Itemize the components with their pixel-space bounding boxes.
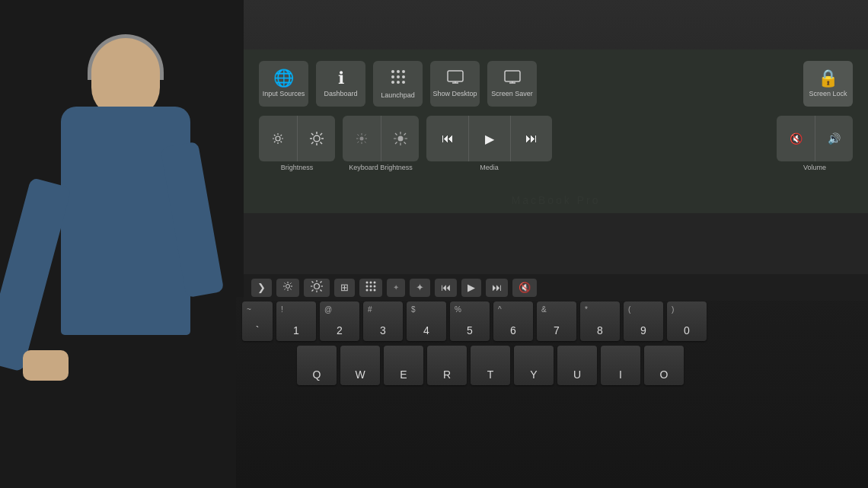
svg-line-29 [311,133,314,136]
brightness-label: Brightness [281,164,314,171]
screen-lock-button[interactable]: 🔒 Screen Lock [803,61,853,107]
show-desktop-icon [447,70,464,87]
key-4[interactable]: $ 4 [407,301,446,341]
presenter-person [15,30,228,472]
svg-point-74 [374,285,376,288]
strip-kbd-brightness-down[interactable]: ✦ [387,279,405,297]
dashboard-button[interactable]: ℹ Dashboard [316,61,365,107]
strip-kbd-brightness-up[interactable]: ✦ [410,279,430,297]
svg-line-21 [281,142,282,143]
key-r[interactable]: R [427,346,467,385]
svg-point-70 [370,282,372,284]
fast-forward-button[interactable]: ⏭ [510,116,552,161]
svg-line-40 [365,135,366,136]
key-0[interactable]: ) 0 [667,301,707,341]
svg-point-1 [397,70,400,73]
svg-point-5 [402,75,405,78]
brightness-buttons [259,116,335,161]
key-i[interactable]: I [601,346,640,385]
play-button[interactable]: ▶ [468,116,510,161]
key-1[interactable]: ! 1 [276,301,316,341]
strip-brightness-down[interactable] [276,279,299,297]
strip-brightness-up-icon [310,279,324,295]
strip-kbd-bright-up-icon: ✦ [416,282,424,293]
svg-line-50 [395,142,397,145]
svg-line-39 [365,142,366,143]
svg-rect-9 [448,71,463,81]
svg-point-33 [360,137,364,141]
svg-line-32 [311,142,314,145]
brightness-up-button[interactable] [297,116,335,161]
svg-point-77 [374,289,376,292]
media-buttons: ⏮ ▶ ⏭ [426,116,552,161]
svg-point-42 [397,136,403,142]
strip-rewind[interactable]: ⏮ [435,279,457,297]
brightness-group: Brightness [259,116,335,171]
key-u[interactable]: U [557,346,597,385]
screen-saver-button[interactable]: Screen Saver [487,61,537,107]
svg-line-67 [321,282,322,283]
show-desktop-label: Show Desktop [432,90,477,98]
svg-point-0 [391,70,394,73]
launchpad-label: Launchpad [381,91,415,100]
qwerty-row: Q W E R T Y U I O [236,341,868,385]
rewind-button[interactable]: ⏮ [426,116,468,161]
strip-play-icon: ▶ [468,282,475,293]
key-o[interactable]: O [644,346,684,385]
strip-launchpad[interactable] [359,279,382,297]
brightness-down-button[interactable] [259,116,297,161]
svg-line-22 [281,135,282,136]
svg-point-75 [366,289,369,292]
svg-line-23 [274,142,276,143]
strip-mute[interactable]: 🔇 [512,279,537,297]
key-q[interactable]: Q [297,346,337,385]
key-7[interactable]: & 7 [537,301,576,341]
kbd-brightness-down-button[interactable] [343,116,381,161]
key-e[interactable]: E [384,346,423,385]
launchpad-button[interactable]: Launchpad [373,61,423,107]
volume-up-button[interactable]: 🔊 [815,116,853,161]
key-6[interactable]: ^ 6 [493,301,533,341]
key-w[interactable]: W [340,346,380,385]
show-desktop-button[interactable]: Show Desktop [430,61,480,107]
key-tilde[interactable]: ~ ` [242,301,273,341]
svg-line-30 [320,142,322,145]
key-y[interactable]: Y [514,346,554,385]
key-5[interactable]: % 5 [450,301,490,341]
strip-play[interactable]: ▶ [461,279,481,297]
volume-group: 🔇 🔊 Volume [777,116,853,171]
chevron-button[interactable]: ❯ [251,279,272,297]
key-9[interactable]: ( 9 [624,301,663,341]
touchbar-control-strip: ❯ [244,274,868,301]
touchbar-panel: 🌐 Input Sources ℹ Dashboard [244,49,868,213]
touchbar-row2: Brightness [259,116,853,171]
number-row: ~ ` ! 1 @ 2 # 3 $ 4 % 5 ^ 6 & 7 [236,297,868,341]
strip-brightness-up[interactable] [304,279,330,297]
svg-point-72 [366,285,369,288]
kbd-brightness-up-button[interactable] [381,116,419,161]
key-2[interactable]: @ 2 [320,301,359,341]
media-label: Media [480,164,499,171]
screen-saver-label: Screen Saver [491,90,533,98]
input-sources-button[interactable]: 🌐 Input Sources [259,61,308,107]
strip-forward[interactable]: ⏭ [486,279,508,297]
svg-line-31 [320,133,322,136]
strip-launchpad-icon [365,281,376,294]
key-t[interactable]: T [471,346,510,385]
svg-rect-12 [505,71,520,81]
svg-point-3 [391,75,394,78]
mute-button[interactable]: 🔇 [777,116,815,161]
strip-show-desktop[interactable]: ⊞ [334,279,355,297]
strip-brightness-down-icon [282,281,293,294]
key-8[interactable]: * 8 [580,301,620,341]
keyboard-brightness-group: Keyboard Brightness [343,116,419,171]
svg-line-41 [358,142,359,143]
volume-buttons: 🔇 🔊 [777,116,853,161]
svg-point-4 [397,75,400,78]
svg-point-69 [366,282,369,284]
svg-line-20 [274,135,276,136]
key-3[interactable]: # 3 [363,301,403,341]
keyboard-area: ~ ` ! 1 @ 2 # 3 $ 4 % 5 ^ 6 & 7 [236,297,868,488]
dashboard-label: Dashboard [324,90,357,98]
svg-line-56 [285,283,286,284]
